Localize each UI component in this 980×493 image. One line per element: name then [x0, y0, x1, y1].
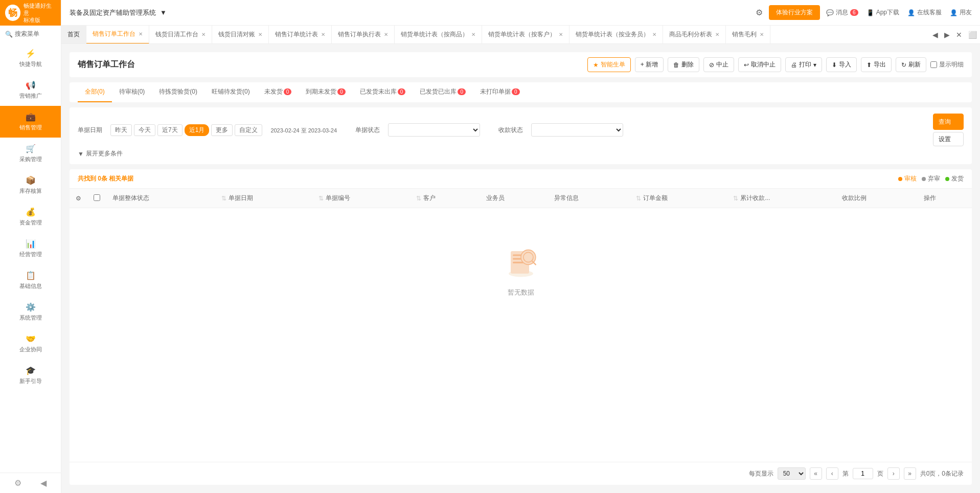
sidebar-item-sales[interactable]: 💼销售管理: [0, 106, 61, 138]
tab-sales-stats[interactable]: 销售订单统计表✕: [269, 26, 332, 44]
app-download-btn[interactable]: 📱 App下载: [867, 8, 899, 17]
sub-tab-label-pending-review: 待审核(0): [119, 88, 145, 95]
refresh-btn[interactable]: ↻ 刷新: [896, 57, 926, 72]
date-filter-yesterday[interactable]: 昨天: [110, 124, 132, 136]
sidebar-search[interactable]: 🔍 搜索菜单: [0, 26, 61, 42]
tab-close-gross-margin[interactable]: ✕: [715, 32, 719, 37]
last-page-btn[interactable]: »: [904, 467, 916, 480]
th-doc-status[interactable]: 单据整体状态: [106, 189, 215, 208]
tab-sales-workbench[interactable]: 销售订单工作台✕: [86, 26, 149, 44]
user-menu[interactable]: 👤 用友: [950, 8, 972, 17]
sidebar-item-marketing[interactable]: 📢营销推广: [0, 74, 61, 106]
cancel-pause-btn[interactable]: ↩ 取消中止: [738, 57, 781, 72]
tab-close-sales-summary-product[interactable]: ✕: [471, 32, 475, 37]
tab-sales-summary-staff[interactable]: 销货单统计表（按业务员）✕: [569, 26, 663, 44]
online-service-btn[interactable]: 👤 在线客服: [907, 8, 942, 17]
sidebar-item-operation[interactable]: 📊经营管理: [0, 233, 61, 264]
tab-sales-summary-product[interactable]: 销货单统计表（按商品）✕: [395, 26, 482, 44]
tab-cash-reconcile[interactable]: 钱货日清对账✕: [212, 26, 269, 44]
sidebar-item-enterprise[interactable]: 🤝企业协同: [0, 328, 61, 360]
sub-tab-shipped-out[interactable]: 已发货已出库0: [413, 82, 473, 102]
expand-filter-btn[interactable]: ▼ 展开更多条件: [78, 149, 964, 158]
sidebar-item-basic[interactable]: 📋基础信息: [0, 264, 61, 296]
system-dropdown[interactable]: ▼: [160, 9, 167, 16]
export-btn[interactable]: ⬆ 导出: [861, 57, 892, 72]
delete-btn[interactable]: 🗑 删除: [668, 57, 699, 72]
smart-create-btn[interactable]: ★ 智能生单: [587, 57, 631, 72]
sidebar-item-purchase[interactable]: 🛒采购管理: [0, 138, 61, 169]
status-filter-select[interactable]: [388, 123, 480, 137]
query-btn[interactable]: 查询: [933, 114, 964, 130]
ship-action[interactable]: 发货: [945, 174, 964, 183]
sub-tab-wangpu-ship[interactable]: 旺铺待发货(0): [204, 82, 257, 102]
tab-cash-daily[interactable]: 钱货日清工作台✕: [149, 26, 212, 44]
review-action[interactable]: 审核: [898, 174, 917, 183]
sidebar-label-inventory: 库存核算: [19, 187, 42, 195]
prev-page-btn[interactable]: ‹: [826, 467, 838, 480]
sub-tab-pending-inspect[interactable]: 待拣货验货(0): [152, 82, 204, 102]
filter-settings-btn[interactable]: 设置: [933, 132, 964, 146]
tab-sales-profit[interactable]: 销售毛利✕: [726, 26, 770, 44]
add-btn[interactable]: + 新增: [635, 57, 664, 72]
th-order-amount[interactable]: ⇅ 订单金额: [630, 189, 727, 208]
date-filter-custom[interactable]: 自定义: [235, 124, 262, 136]
settings-bottom-icon[interactable]: ⚙: [14, 478, 21, 488]
sub-tab-shipped-not-out[interactable]: 已发货未出库0: [353, 82, 413, 102]
sidebar-item-guide[interactable]: 🎓新手引导: [0, 360, 61, 391]
th-doc-number[interactable]: ⇅ 单据编号: [312, 189, 410, 208]
payment-filter-select[interactable]: [531, 123, 623, 137]
tab-close-sales-summary-staff[interactable]: ✕: [652, 32, 656, 37]
cancel-review-action[interactable]: 弃审: [922, 174, 940, 183]
tab-close-cash-daily[interactable]: ✕: [201, 32, 206, 37]
date-filter-today[interactable]: 今天: [134, 124, 155, 136]
tab-sales-summary-customer[interactable]: 销货单统计表（按客户）✕: [482, 26, 569, 44]
page-input[interactable]: [853, 468, 873, 479]
th-staff[interactable]: 业务员: [480, 189, 548, 208]
tab-close-sales-exec[interactable]: ✕: [384, 32, 388, 37]
sub-tab-not-shipped[interactable]: 未发货0: [257, 82, 299, 102]
tab-close-sales-profit[interactable]: ✕: [760, 32, 764, 37]
pause-btn[interactable]: ⊘ 中止: [703, 57, 734, 72]
th-abnormal[interactable]: 异常信息: [548, 189, 630, 208]
sidebar-label-guide: 新手引导: [19, 377, 42, 385]
print-btn[interactable]: 🖨 打印 ▾: [785, 57, 822, 72]
tab-close-sales-stats[interactable]: ✕: [321, 32, 325, 37]
tab-next-arrow[interactable]: ▶: [941, 31, 953, 39]
th-customer[interactable]: ⇅ 客户: [410, 189, 480, 208]
th-doc-date[interactable]: ⇅ 单据日期: [215, 189, 313, 208]
date-filter-more[interactable]: 更多: [211, 124, 233, 136]
import-btn[interactable]: ⬇ 导入: [826, 57, 857, 72]
th-cumulative[interactable]: ⇅ 累计收款...: [727, 189, 836, 208]
sidebar-item-inventory[interactable]: 📦库存核算: [0, 169, 61, 201]
show-detail-checkbox-label[interactable]: 显示明细: [930, 60, 964, 69]
th-settings[interactable]: ⚙: [70, 189, 87, 208]
tab-close-sales-workbench[interactable]: ✕: [139, 31, 143, 37]
collapse-icon[interactable]: ◀: [40, 478, 47, 488]
date-filter-1month[interactable]: 近1月: [185, 124, 210, 136]
sidebar-item-finance[interactable]: 💰资金管理: [0, 201, 61, 233]
tab-close-all[interactable]: ✕: [953, 31, 965, 39]
tab-home[interactable]: 首页: [61, 26, 86, 44]
date-filter-7days[interactable]: 近7天: [157, 124, 183, 136]
show-detail-checkbox[interactable]: [930, 61, 937, 68]
tab-gross-margin[interactable]: 商品毛利分析表✕: [663, 26, 726, 44]
sidebar-item-system[interactable]: ⚙️系统管理: [0, 296, 61, 328]
first-page-btn[interactable]: «: [810, 467, 822, 480]
tab-close-cash-reconcile[interactable]: ✕: [258, 32, 262, 37]
sub-tab-overdue-not-shipped[interactable]: 到期未发货0: [299, 82, 353, 102]
messages-btn[interactable]: 💬 消息 6: [826, 8, 858, 17]
sidebar-item-quick-nav[interactable]: ⚡快捷导航: [0, 42, 61, 74]
tab-close-sales-summary-customer[interactable]: ✕: [559, 32, 563, 37]
topbar-settings-icon[interactable]: ⚙: [756, 8, 763, 17]
tab-prev-arrow[interactable]: ◀: [929, 31, 941, 39]
sub-tab-pending-review[interactable]: 待审核(0): [112, 82, 152, 102]
sub-tab-not-printed[interactable]: 未打印单据0: [473, 82, 527, 102]
tab-sales-exec[interactable]: 销售订单执行表✕: [332, 26, 395, 44]
industry-solution-btn[interactable]: 体验行业方案: [769, 5, 820, 20]
user-icon: 👤: [950, 9, 958, 16]
next-page-btn[interactable]: ›: [887, 467, 900, 480]
sub-tab-all[interactable]: 全部(0): [78, 82, 112, 102]
per-page-select[interactable]: 50 10 20 100: [778, 467, 806, 480]
tab-expand[interactable]: ⬜: [965, 31, 980, 39]
select-all-checkbox[interactable]: [94, 194, 100, 201]
